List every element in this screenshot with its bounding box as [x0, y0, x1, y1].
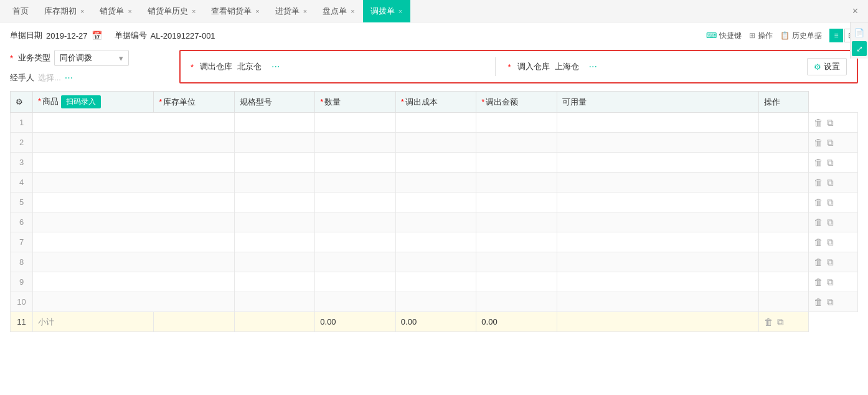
cell-product-2[interactable]: [33, 133, 235, 153]
tab-sales-history[interactable]: 销货单历史 ×: [140, 0, 204, 22]
tab-bar: 首页 库存期初 × 销货单 × 销货单历史 × 查看销货单 × 进货单 × 盘点…: [0, 0, 868, 22]
delete-icon-5[interactable]: 🗑: [814, 197, 823, 207]
row-num-4: 4: [11, 173, 33, 193]
calendar-icon[interactable]: 📅: [92, 31, 102, 40]
copy-icon-3[interactable]: ⧉: [827, 157, 834, 168]
delete-icon-4[interactable]: 🗑: [814, 177, 823, 188]
actions-button[interactable]: ⊞ 操作: [749, 31, 773, 41]
history-button[interactable]: 📋 历史单据: [780, 31, 822, 41]
copy-icon-4[interactable]: ⧉: [827, 177, 834, 188]
cell-ops-6: 🗑 ⧉: [808, 212, 857, 232]
ops-icon: ⊞: [749, 31, 755, 40]
chevron-down-icon: ▾: [119, 54, 123, 63]
cell-product-10[interactable]: [33, 292, 235, 312]
table-row: 10 🗑 ⧉: [11, 292, 858, 312]
copy-icon-6[interactable]: ⧉: [827, 217, 834, 228]
cell-cost-2: [476, 133, 557, 153]
copy-icon-1[interactable]: ⧉: [827, 117, 834, 128]
tab-close-inventory-init[interactable]: ×: [80, 7, 84, 15]
side-panel-expand-button[interactable]: ⤢: [852, 41, 867, 56]
side-panel-doc-button[interactable]: 📄: [852, 25, 867, 40]
cell-qty-11: 0.00: [315, 312, 396, 332]
scan-entry-button[interactable]: 扫码录入: [61, 95, 101, 108]
handler-more-button[interactable]: ···: [65, 72, 73, 83]
delete-icon-10[interactable]: 🗑: [814, 297, 823, 307]
form-section-left: * 业务类型 同价调拨 ▾ 经手人 选择... ···: [10, 50, 172, 83]
copy-icon-9[interactable]: ⧉: [827, 277, 834, 288]
wh-out-more-button[interactable]: ···: [271, 61, 280, 72]
tab-inventory-check[interactable]: 盘点单 ×: [315, 0, 362, 22]
cell-spec-6: [315, 212, 396, 232]
cell-product-6[interactable]: [33, 212, 235, 232]
history-icon: 📋: [780, 31, 790, 40]
cell-product-11[interactable]: 小计: [33, 312, 154, 332]
date-field: 单据日期 2019-12-27 📅: [10, 30, 102, 41]
wh-out-required: *: [191, 62, 194, 72]
tab-sales-order[interactable]: 销货单 ×: [92, 0, 139, 22]
close-all-button[interactable]: ×: [847, 6, 863, 17]
copy-icon-5[interactable]: ⧉: [827, 197, 834, 208]
cell-qty-6: [395, 212, 476, 232]
cell-ops-8: 🗑 ⧉: [808, 252, 857, 272]
layout-list-button[interactable]: ≡: [829, 29, 843, 42]
handler-input[interactable]: 选择...: [38, 72, 61, 83]
cell-ops-9: 🗑 ⧉: [808, 272, 857, 292]
delete-icon-9[interactable]: 🗑: [814, 277, 823, 287]
tab-close-view-sales[interactable]: ×: [255, 7, 259, 15]
shortcut-button[interactable]: ⌨ 快捷键: [706, 31, 742, 41]
table-header-row: ⚙ *商品 扫码录入 *库存单位 规格型号 *数量: [11, 92, 858, 113]
delete-icon-3[interactable]: 🗑: [814, 157, 823, 168]
tab-view-sales[interactable]: 查看销货单 ×: [204, 0, 267, 22]
delete-icon-7[interactable]: 🗑: [814, 237, 823, 247]
cell-product-7[interactable]: [33, 232, 235, 252]
cell-cost-7: [476, 232, 557, 252]
tab-close-sales-order[interactable]: ×: [128, 7, 131, 15]
copy-icon-2[interactable]: ⧉: [827, 137, 834, 148]
tab-close-purchase-order[interactable]: ×: [303, 7, 307, 15]
cell-available-6: [758, 212, 808, 232]
cell-unit-4: [234, 173, 315, 193]
th-gear[interactable]: ⚙: [11, 92, 33, 113]
cell-product-9[interactable]: [33, 272, 235, 292]
copy-icon-11[interactable]: ⧉: [777, 316, 784, 328]
settings-button[interactable]: ⚙ 设置: [807, 58, 847, 75]
cell-spec-10: [315, 292, 396, 312]
tab-purchase-order[interactable]: 进货单 ×: [268, 0, 315, 22]
delete-icon-2[interactable]: 🗑: [814, 137, 823, 148]
doc-number-field: 单据编号 AL-20191227-001: [115, 30, 215, 41]
row-num-5: 5: [11, 193, 33, 212]
tab-close-sales-history[interactable]: ×: [192, 7, 196, 15]
cell-product-5[interactable]: [33, 193, 235, 212]
tab-close-inventory-check[interactable]: ×: [351, 7, 354, 15]
handler-row: 经手人 选择... ···: [10, 72, 172, 83]
delete-icon-8[interactable]: 🗑: [814, 257, 823, 267]
row-num-8: 8: [11, 252, 33, 272]
cell-cost-10: [476, 292, 557, 312]
copy-icon-8[interactable]: ⧉: [827, 257, 834, 268]
tab-inventory-init[interactable]: 库存期初 ×: [37, 0, 92, 22]
cell-cost-8: [476, 252, 557, 272]
tab-home[interactable]: 首页: [5, 0, 37, 22]
form-header: 单据日期 2019-12-27 📅 单据编号 AL-20191227-001 ⌨…: [10, 29, 858, 42]
copy-icon-7[interactable]: ⧉: [827, 237, 834, 248]
tab-transfer-order[interactable]: 调拨单 ×: [363, 0, 410, 22]
cell-product-4[interactable]: [33, 173, 235, 193]
biz-type-select[interactable]: 同价调拨 ▾: [54, 50, 129, 66]
delete-icon-6[interactable]: 🗑: [814, 217, 823, 227]
wh-in-more-button[interactable]: ···: [589, 61, 597, 72]
cell-product-1[interactable]: [33, 113, 235, 133]
settings-icon: ⚙: [814, 62, 821, 72]
table-row: 1 🗑 ⧉: [11, 113, 858, 133]
cell-available-8: [758, 252, 808, 272]
cell-ops-7: 🗑 ⧉: [808, 232, 857, 252]
cell-product-8[interactable]: [33, 252, 235, 272]
cell-qty-7: [395, 232, 476, 252]
cell-spec-5: [315, 193, 396, 212]
cell-product-3[interactable]: [33, 153, 235, 173]
cell-amount-9: [557, 272, 758, 292]
tab-close-transfer-order[interactable]: ×: [399, 7, 402, 15]
copy-icon-10[interactable]: ⧉: [827, 297, 834, 308]
cell-ops-2: 🗑 ⧉: [808, 133, 857, 153]
delete-icon-1[interactable]: 🗑: [814, 117, 823, 128]
delete-icon-11[interactable]: 🗑: [764, 316, 773, 327]
